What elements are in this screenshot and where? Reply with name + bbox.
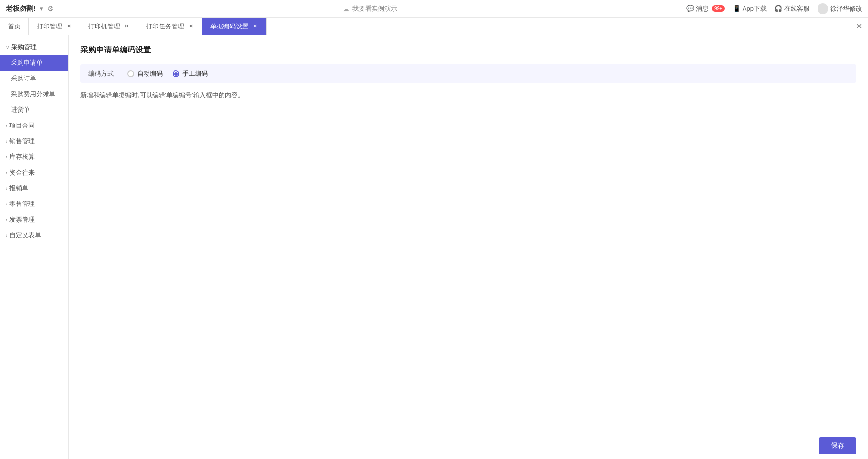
tab-print-task-mgmt-close[interactable]: ✕ xyxy=(187,23,194,30)
sidebar-item-purchase-expense[interactable]: 采购费用分摊单 xyxy=(0,86,68,102)
tab-printer-mgmt-label: 打印机管理 xyxy=(88,22,120,31)
tab-bar-close-button[interactable]: ✕ xyxy=(850,18,868,35)
tab-print-mgmt[interactable]: 打印管理 ✕ xyxy=(29,18,80,35)
top-bar-left: 老板勿割! ▾ ⚙ xyxy=(6,4,53,13)
sidebar-group-custom-forms-label: 自定义表单 xyxy=(9,231,41,240)
user-avatar xyxy=(818,3,828,14)
sidebar-group-retail-mgmt-label: 零售管理 xyxy=(9,200,35,208)
logo: 老板勿割! xyxy=(6,4,36,13)
sidebar-group-inventory[interactable]: › 库存核算 xyxy=(0,149,68,165)
sidebar-group-project-contract-label: 项目合同 xyxy=(9,121,35,130)
coding-method-label: 编码方式 xyxy=(88,69,114,78)
sidebar-item-goods-receipt-label: 进货单 xyxy=(11,105,30,114)
user-name: 徐泽华修改 xyxy=(830,4,862,13)
user-menu[interactable]: 徐泽华修改 xyxy=(818,3,862,14)
top-bar: 老板勿割! ▾ ⚙ ☁ 我要看实例演示 💬 消息 99+ 📱 App下载 🎧 在… xyxy=(0,0,868,18)
tab-print-task-mgmt-label: 打印任务管理 xyxy=(146,22,184,31)
sidebar-group-invoice-mgmt-label: 发票管理 xyxy=(9,215,35,224)
tab-print-mgmt-label: 打印管理 xyxy=(37,22,62,31)
tab-bar: 首页 打印管理 ✕ 打印机管理 ✕ 打印任务管理 ✕ 单据编码设置 ✕ ✕ xyxy=(0,18,868,35)
sidebar: ∨ 采购管理 采购申请单 采购订单 采购费用分摊单 进货单 › 项目合同 › 销… xyxy=(0,35,69,459)
sidebar-group-sales-mgmt[interactable]: › 销售管理 xyxy=(0,133,68,149)
expand-arrow-fund: › xyxy=(6,170,7,176)
online-service-button[interactable]: 🎧 在线客服 xyxy=(774,4,810,13)
sidebar-group-fund-flow-label: 资金往来 xyxy=(9,168,35,177)
search-hint: 我要看实例演示 xyxy=(352,4,397,13)
auto-code-radio[interactable]: 自动编码 xyxy=(127,69,163,78)
manual-code-label: 手工编码 xyxy=(182,69,208,78)
coding-method-row: 编码方式 自动编码 手工编码 xyxy=(80,64,856,83)
sidebar-item-goods-receipt[interactable]: 进货单 xyxy=(0,102,68,118)
layout: ∨ 采购管理 采购申请单 采购订单 采购费用分摊单 进货单 › 项目合同 › 销… xyxy=(0,35,868,459)
page-title: 采购申请单编码设置 xyxy=(80,45,856,55)
online-service-icon: 🎧 xyxy=(774,5,782,12)
app-download-button[interactable]: 📱 App下载 xyxy=(733,4,767,13)
tab-home-label: 首页 xyxy=(8,22,21,31)
sidebar-group-invoice-mgmt[interactable]: › 发票管理 xyxy=(0,212,68,228)
message-label: 消息 xyxy=(696,4,709,13)
sidebar-group-retail-mgmt[interactable]: › 零售管理 xyxy=(0,196,68,212)
expand-arrow-returns: › xyxy=(6,186,7,191)
tab-barcode-setting[interactable]: 单据编码设置 ✕ xyxy=(202,18,267,35)
expand-arrow-invoice: › xyxy=(6,217,7,223)
main-content: 采购申请单编码设置 编码方式 自动编码 手工编码 新增和编辑单据编时,可以编辑'… xyxy=(69,35,868,459)
app-download-icon: 📱 xyxy=(733,5,741,12)
sidebar-group-purchase-mgmt-label: 采购管理 xyxy=(11,43,37,51)
online-service-label: 在线客服 xyxy=(784,4,810,13)
manual-code-radio-circle xyxy=(173,70,179,77)
tab-printer-mgmt-close[interactable]: ✕ xyxy=(123,23,130,30)
search-area: ☁ 我要看实例演示 xyxy=(343,4,397,13)
sidebar-group-purchase-mgmt[interactable]: ∨ 采购管理 xyxy=(0,39,68,55)
sidebar-group-custom-forms[interactable]: › 自定义表单 xyxy=(0,228,68,243)
sidebar-group-returns[interactable]: › 报销单 xyxy=(0,180,68,196)
auto-code-radio-circle xyxy=(127,70,134,77)
sidebar-group-sales-mgmt-label: 销售管理 xyxy=(9,137,35,146)
expand-arrow-custom: › xyxy=(6,233,7,238)
message-button[interactable]: 💬 消息 99+ xyxy=(686,4,725,13)
sidebar-item-purchase-expense-label: 采购费用分摊单 xyxy=(11,90,55,99)
message-badge: 99+ xyxy=(712,5,725,12)
tab-home[interactable]: 首页 xyxy=(0,18,29,35)
app-download-label: App下载 xyxy=(743,4,767,13)
dropdown-icon[interactable]: ▾ xyxy=(40,5,43,12)
sidebar-item-purchase-order[interactable]: 采购订单 xyxy=(0,71,68,86)
tab-print-task-mgmt[interactable]: 打印任务管理 ✕ xyxy=(138,18,202,35)
sidebar-item-purchase-request-label: 采购申请单 xyxy=(11,58,43,67)
sidebar-item-purchase-order-label: 采购订单 xyxy=(11,74,36,83)
auto-code-label: 自动编码 xyxy=(137,69,163,78)
expand-arrow-project: › xyxy=(6,123,7,128)
content-area: 采购申请单编码设置 编码方式 自动编码 手工编码 新增和编辑单据编时,可以编辑'… xyxy=(69,35,868,432)
expand-arrow-retail: › xyxy=(6,202,7,207)
sidebar-item-purchase-request[interactable]: 采购申请单 xyxy=(0,55,68,71)
top-bar-right: 💬 消息 99+ 📱 App下载 🎧 在线客服 徐泽华修改 xyxy=(686,3,862,14)
sidebar-group-project-contract[interactable]: › 项目合同 xyxy=(0,118,68,133)
expand-arrow-sales: › xyxy=(6,139,7,144)
sidebar-group-fund-flow[interactable]: › 资金往来 xyxy=(0,165,68,180)
message-icon: 💬 xyxy=(686,5,694,12)
tab-barcode-setting-label: 单据编码设置 xyxy=(210,22,248,31)
tab-print-mgmt-close[interactable]: ✕ xyxy=(65,23,72,30)
sidebar-group-inventory-label: 库存核算 xyxy=(9,153,35,161)
tab-barcode-setting-close[interactable]: ✕ xyxy=(251,23,258,30)
hint-text: 新增和编辑单据编时,可以编辑'单编编号'输入框中的内容。 xyxy=(80,91,856,100)
settings-icon[interactable]: ⚙ xyxy=(47,4,53,13)
tab-printer-mgmt[interactable]: 打印机管理 ✕ xyxy=(80,18,138,35)
expand-arrow-inventory: › xyxy=(6,154,7,160)
manual-code-radio[interactable]: 手工编码 xyxy=(173,69,208,78)
content-footer: 保存 xyxy=(69,432,868,459)
collapse-arrow: ∨ xyxy=(6,45,9,50)
save-button[interactable]: 保存 xyxy=(819,437,856,454)
sidebar-group-returns-label: 报销单 xyxy=(9,184,28,193)
